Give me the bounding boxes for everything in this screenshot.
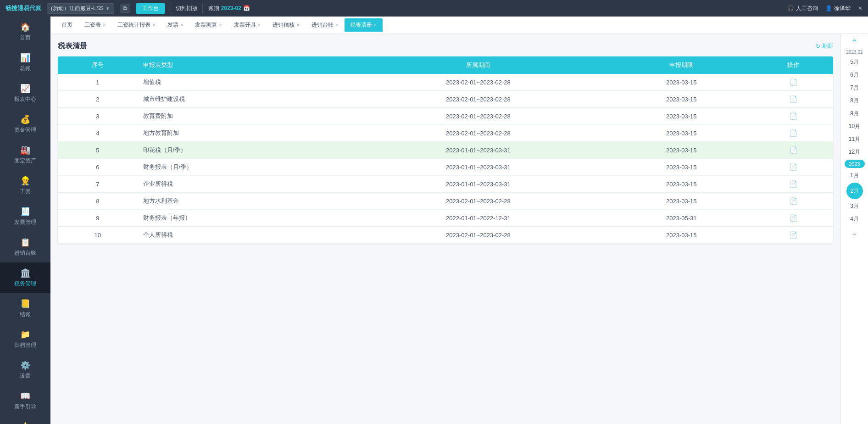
sidebar-label-10: 归档管理 (14, 341, 36, 349)
timeline-item-before-0[interactable]: 5月 (845, 56, 865, 68)
cell-type: 企业所得税 (138, 176, 347, 193)
tab-close-5[interactable]: × (258, 22, 261, 28)
tab-close-6[interactable]: × (296, 22, 299, 28)
table-row: 9 财务报表（年报） 2022-01-01~2022-12-31 2023-05… (58, 210, 833, 227)
sidebar-item-13[interactable]: ⭐ 畅会员 (0, 416, 50, 424)
action-icon[interactable]: 📄 (790, 231, 797, 239)
refresh-button[interactable]: ↻ 刷新 (816, 42, 833, 50)
timeline-panel: ⌃ 2023.02 5月6月7月8月9月10月11月12月 2023 1月2月3… (840, 34, 868, 424)
sidebar-item-10[interactable]: 📁 归档管理 (0, 324, 50, 355)
content-area: 首页工资表×工资统计报表×发票×发票测算×发票开具×进销稽核×进销台账×税表清册… (50, 17, 868, 424)
timeline-item-before-6[interactable]: 11月 (845, 133, 865, 145)
switch-old-button[interactable]: 切到旧版 (171, 3, 203, 14)
tab-8[interactable]: 税表清册× (345, 18, 382, 32)
action-icon[interactable]: 📄 (790, 180, 797, 188)
sidebar-item-8[interactable]: 🏛️ 税务管理 (0, 262, 50, 293)
timeline-item-after-2[interactable]: 3月 (845, 200, 865, 212)
page-content: 税表清册 ↻ 刷新 序号申报表类型所属期间申报期限操作 1 增值税 2023-0… (50, 34, 840, 424)
cell-deadline: 2023-05-31 (609, 210, 753, 227)
cell-period: 2023-02-01~2023-02-28 (347, 91, 610, 108)
sidebar-item-11[interactable]: ⚙️ 设置 (0, 355, 50, 385)
tab-close-8[interactable]: × (374, 22, 377, 28)
timeline-item-before-4[interactable]: 9月 (845, 107, 865, 120)
sidebar-label-7: 进销台账 (14, 249, 36, 257)
workbench-button[interactable]: 工作台 (136, 3, 165, 14)
action-icon[interactable]: 📄 (790, 214, 797, 222)
tab-3[interactable]: 发票× (162, 18, 189, 32)
cell-period: 2023-02-01~2023-02-28 (347, 227, 610, 244)
tab-5[interactable]: 发票开具× (228, 18, 266, 32)
tab-close-3[interactable]: × (180, 22, 183, 28)
sidebar-item-7[interactable]: 📋 进销台账 (0, 232, 50, 262)
main-layout: 🏠 首页 📊 总账 📈 报表中心 💰 资金管理 🏭 固定资产 👷 工资 🧾 发票… (0, 17, 868, 424)
action-icon[interactable]: 📄 (790, 197, 797, 205)
customer-service[interactable]: 🎧 人工咨询 (787, 5, 818, 12)
sidebar-item-5[interactable]: 👷 工资 (0, 170, 50, 201)
tab-label-4: 发票测算 (195, 21, 217, 29)
cell-action[interactable]: 📄 (753, 142, 833, 159)
cell-action[interactable]: 📄 (753, 193, 833, 210)
tab-1[interactable]: 工资表× (79, 18, 111, 32)
sidebar-item-0[interactable]: 🏠 首页 (0, 17, 50, 47)
sidebar-item-1[interactable]: 📊 总账 (0, 47, 50, 78)
copy-icon-btn[interactable]: ⧉ (120, 4, 130, 13)
cell-action[interactable]: 📄 (753, 108, 833, 125)
tab-2[interactable]: 工资统计报表× (112, 18, 161, 32)
sidebar-label-6: 发票管理 (14, 218, 36, 226)
sidebar-label-11: 设置 (20, 372, 31, 380)
cell-action[interactable]: 📄 (753, 176, 833, 193)
user-profile[interactable]: 👤 徐泽华 (825, 5, 851, 12)
sidebar-icon-10: 📁 (20, 329, 30, 340)
tab-close-4[interactable]: × (219, 22, 222, 28)
tab-4[interactable]: 发票测算× (189, 18, 227, 32)
cell-action[interactable]: 📄 (753, 227, 833, 244)
cell-action[interactable]: 📄 (753, 74, 833, 91)
tab-7[interactable]: 进销台账× (306, 18, 344, 32)
timeline-year-active[interactable]: 2023 (845, 160, 865, 168)
timeline-up-button[interactable]: ⌃ (851, 38, 858, 48)
tab-6[interactable]: 进销稽核× (267, 18, 305, 32)
cell-type: 财务报表（月/季） (138, 159, 347, 176)
timeline-item-after-0[interactable]: 1月 (845, 169, 865, 182)
timeline-item-before-5[interactable]: 10月 (845, 120, 865, 133)
sidebar-item-2[interactable]: 📈 报表中心 (0, 78, 50, 109)
sidebar-icon-8: 🏛️ (20, 268, 30, 278)
company-selector[interactable]: (勿动）江西服豆-LSS ▼ (47, 3, 114, 14)
action-icon[interactable]: 📄 (790, 163, 797, 171)
table-row: 8 地方水利基金 2023-02-01~2023-02-28 2023-03-1… (58, 193, 833, 210)
tab-close-2[interactable]: × (152, 22, 155, 28)
timeline-item-before-7[interactable]: 12月 (845, 146, 865, 158)
timeline-item-after-3[interactable]: 4月 (845, 213, 865, 225)
cell-period: 2023-01-01~2023-03-31 (347, 142, 610, 159)
action-icon[interactable]: 📄 (790, 129, 797, 137)
tab-close-1[interactable]: × (103, 22, 106, 28)
close-icon[interactable]: ✕ (858, 5, 862, 11)
sidebar-item-9[interactable]: 📒 结账 (0, 293, 50, 324)
sidebar-icon-7: 📋 (20, 237, 30, 247)
action-icon[interactable]: 📄 (790, 146, 797, 154)
cell-action[interactable]: 📄 (753, 210, 833, 227)
timeline-item-before-3[interactable]: 8月 (845, 95, 865, 107)
action-icon[interactable]: 📄 (790, 112, 797, 120)
timeline-item-before-1[interactable]: 6月 (845, 69, 865, 81)
action-icon[interactable]: 📄 (790, 95, 797, 103)
cell-action[interactable]: 📄 (753, 125, 833, 142)
cell-type: 教育费附加 (138, 108, 347, 125)
tab-label-8: 税表清册 (350, 21, 372, 29)
sidebar-item-3[interactable]: 💰 资金管理 (0, 109, 50, 139)
timeline-item-after-1[interactable]: 2月 (846, 183, 863, 199)
cell-action[interactable]: 📄 (753, 159, 833, 176)
sidebar-item-4[interactable]: 🏭 固定资产 (0, 139, 50, 170)
sidebar-item-12[interactable]: 📖 新手引导 (0, 385, 50, 416)
timeline-item-before-2[interactable]: 7月 (845, 82, 865, 94)
calendar-icon[interactable]: 📅 (243, 5, 250, 11)
timeline-down-button[interactable]: ⌄ (851, 228, 858, 238)
action-icon[interactable]: 📄 (790, 78, 797, 86)
cell-action[interactable]: 📄 (753, 91, 833, 108)
cell-id: 7 (58, 176, 138, 193)
sidebar-item-6[interactable]: 🧾 发票管理 (0, 201, 50, 232)
tab-close-7[interactable]: × (335, 22, 338, 28)
sidebar-icon-1: 📊 (20, 53, 30, 63)
col-header-0: 序号 (58, 56, 138, 74)
tab-0[interactable]: 首页 (56, 18, 78, 32)
